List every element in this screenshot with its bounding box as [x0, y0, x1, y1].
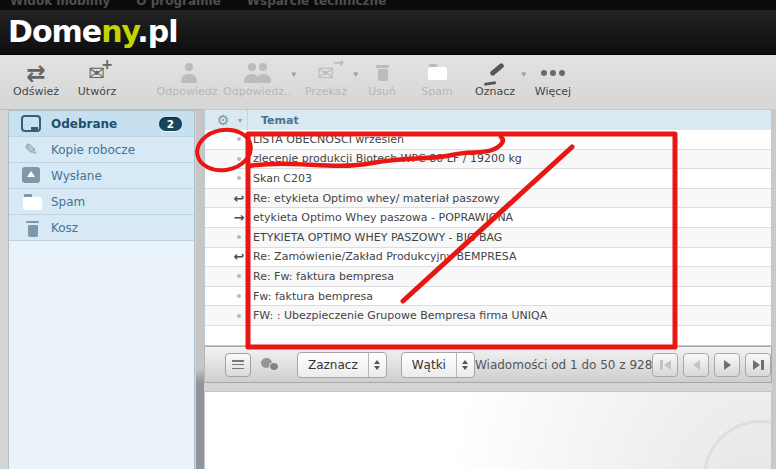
inbox-icon [19, 114, 43, 134]
top-bar-link-wsparcie-techniczne[interactable]: Wsparcie techniczne [247, 0, 387, 8]
toolbar-button-label: Odśwież [13, 85, 59, 98]
sidebar-item-kopie-robocze[interactable]: Kopie robocze [9, 137, 194, 163]
compose-button[interactable]: Utwórz [68, 55, 126, 98]
logo-bar: Domeny.pl [0, 10, 776, 55]
message-flag-slot [231, 157, 247, 161]
unread-dot-icon [237, 294, 241, 298]
first-page-button[interactable] [652, 353, 678, 377]
top-links-bar: Widok mobilnyO programieWsparcie technic… [0, 0, 776, 10]
sidebar-item-spam[interactable]: Spam [9, 189, 194, 215]
toolbar-button-label: Oznacz [475, 85, 515, 98]
message-flag-slot [231, 176, 247, 180]
last-page-button[interactable] [745, 353, 771, 377]
message-subject: LISTA OBECNOSCI wrzesień [253, 133, 404, 146]
message-subject: Fw: faktura bempresa [253, 290, 373, 303]
message-row[interactable]: Skan C203 [205, 169, 771, 189]
chevron-down-icon: ▾ [291, 69, 296, 79]
message-flag-slot [231, 294, 247, 298]
message-row[interactable]: → etykieta Optimo Whey paszowa - POPRAWI… [205, 208, 771, 228]
mark-button[interactable]: ▾ Oznacz [468, 55, 522, 98]
unread-count-badge: 2 [159, 117, 182, 131]
list-lines-icon [232, 360, 244, 369]
logo-part-1: Dome [8, 14, 101, 49]
unread-dot-icon [237, 314, 241, 318]
toolbar-button-label: Spam [421, 85, 452, 98]
toolbar-button-label: Odpowiedz [157, 85, 218, 98]
reply-all-icon [241, 62, 273, 84]
forward-env-icon [313, 62, 339, 84]
conversation-bubbles-icon[interactable] [259, 355, 283, 375]
updown-arrows-icon [456, 353, 474, 377]
message-subject: etykieta Optimo Whey paszowa - POPRAWION… [253, 211, 513, 224]
threads-dropdown[interactable]: Wątki [401, 352, 475, 378]
dots-icon [540, 62, 566, 84]
forward-button[interactable]: ▾ Przekaż [298, 55, 354, 98]
message-subject: Re: etykieta Optimo whey/ materiał paszo… [253, 192, 500, 205]
marker-icon [482, 62, 508, 84]
list-view-button[interactable] [225, 353, 251, 377]
message-row[interactable]: LISTA OBECNOSCI wrzesień [205, 130, 771, 150]
pencil-icon [19, 140, 43, 160]
message-subject: zlecenie produkcji Biotech WPC 80 LF / 1… [253, 152, 522, 165]
sent-icon [19, 166, 43, 186]
next-arrow-icon [724, 360, 731, 370]
unread-dot-icon [237, 137, 241, 141]
message-flag-slot [231, 274, 247, 278]
message-row[interactable]: zlecenie produkcji Biotech WPC 80 LF / 1… [205, 150, 771, 170]
message-row[interactable]: Re: Fw: faktura bempresa [205, 267, 771, 287]
select-dropdown-label: Zaznacz [298, 358, 368, 372]
updown-arrows-icon [368, 353, 386, 377]
reply-all-button[interactable]: ▾ Odpowiedz.. [222, 55, 292, 98]
folder-label: Wysłane [51, 169, 102, 183]
subject-column-header[interactable]: Temat [247, 110, 299, 130]
select-messages-dropdown[interactable]: Zaznacz [297, 352, 387, 378]
refresh-button[interactable]: Odśwież [10, 55, 62, 98]
message-row[interactable]: ↩ Re: etykieta Optimo whey/ materiał pas… [205, 189, 771, 209]
first-arrow-icon [664, 360, 671, 370]
spam-button[interactable]: Spam [414, 55, 460, 98]
message-row[interactable]: ETYKIETA OPTIMO WHEY PASZOWY - BIG BAG [205, 228, 771, 248]
chevron-down-icon: ▾ [238, 116, 242, 125]
spam-folder-icon [424, 62, 450, 84]
reply-flag-icon: ↩ [234, 192, 245, 205]
toolbar-button-label: Więcej [535, 85, 571, 98]
message-list-footer: Zaznacz Wątki Wiadomości od 1 do 50 z 92… [204, 346, 772, 383]
message-list-panel: ▾ Temat LISTA OBECNOSCI wrzesień zleceni… [204, 109, 772, 346]
domeny-pl-logo: Domeny.pl [8, 14, 177, 49]
message-subject: Re: Zamówienie/Zakład Produkcyjny BEMPRE… [253, 250, 516, 263]
sidebar-item-odebrane[interactable]: Odebrane 2 [9, 111, 194, 137]
message-row[interactable]: ↩ Re: Zamówienie/Zakład Produkcyjny BEMP… [205, 248, 771, 268]
message-flag-slot [231, 235, 247, 239]
panel-splitter[interactable] [196, 110, 204, 469]
gear-icon [210, 109, 236, 131]
toolbar-button-label: Przekaż [305, 85, 347, 98]
chevron-down-icon: ▾ [353, 69, 358, 79]
list-options-button[interactable]: ▾ [205, 109, 247, 131]
next-page-button[interactable] [714, 353, 740, 377]
message-flag-slot [231, 314, 247, 318]
message-row[interactable] [205, 326, 771, 345]
message-flag-slot: ↩ [231, 250, 247, 263]
toolbar-button-label: Utwórz [78, 85, 116, 98]
prev-page-button[interactable] [683, 353, 709, 377]
top-bar-link-widok-mobilny[interactable]: Widok mobilny [10, 0, 110, 8]
reply-button[interactable]: Odpowiedz [156, 55, 218, 98]
unread-dot-icon [237, 176, 241, 180]
message-subject: Re: Fw: faktura bempresa [253, 270, 394, 283]
window-edge [772, 109, 776, 469]
message-flag-slot: → [231, 211, 247, 224]
message-row[interactable]: Fw: faktura bempresa [205, 287, 771, 307]
sidebar-item-wys-ane[interactable]: Wysłane [9, 163, 194, 189]
unread-dot-icon [237, 235, 241, 239]
message-row[interactable]: FW: : Ubezpieczenie Grupowe Bempresa fir… [205, 306, 771, 326]
message-flag-slot: ↩ [231, 192, 247, 205]
message-count-status: Wiadomości od 1 do 50 z 928 [475, 358, 652, 372]
reply-flag-icon: ↩ [234, 250, 245, 263]
sidebar-item-kosz[interactable]: Kosz [9, 215, 194, 241]
message-subject: FW: : Ubezpieczenie Grupowe Bempresa fir… [253, 309, 547, 322]
message-preview-pane [204, 391, 772, 469]
more-button[interactable]: Więcej [528, 55, 578, 98]
top-bar-link-o-programie[interactable]: O programie [136, 0, 221, 8]
delete-button[interactable]: Usuń [362, 55, 402, 98]
last-arrow-icon [753, 360, 760, 370]
